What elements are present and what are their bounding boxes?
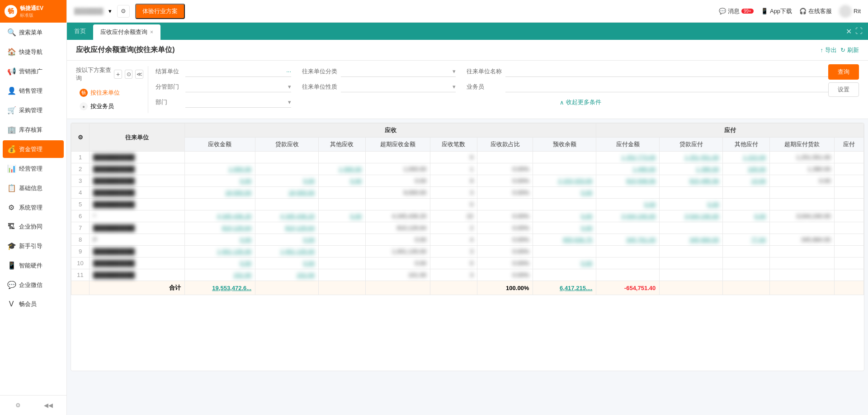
- row-ar-amount[interactable]: 152.00: [184, 269, 255, 281]
- user-avatar[interactable]: Rit: [839, 5, 861, 18]
- row-ar-prepay[interactable]: [533, 163, 596, 175]
- row-ap-amount[interactable]: [596, 269, 660, 281]
- partner-nature-chevron[interactable]: ▾: [453, 83, 456, 90]
- row-ar-amount[interactable]: 1,000.00: [184, 163, 255, 175]
- sidebar-item-hardware[interactable]: 📱 智能硬件: [0, 256, 66, 275]
- department-chevron[interactable]: ▾: [288, 99, 291, 105]
- row-ap-amount[interactable]: [596, 258, 660, 269]
- row-ar-loan[interactable]: [255, 199, 319, 210]
- row-ar-other[interactable]: [319, 199, 366, 210]
- row-ar-other[interactable]: 0.00: [319, 175, 366, 187]
- collapse-btn[interactable]: ∧ 收起更多条件: [560, 98, 601, 106]
- row-ap-other[interactable]: [723, 269, 770, 281]
- row-ar-amount[interactable]: 0.00: [184, 175, 255, 187]
- refresh-button[interactable]: ↻ 刷新: [840, 46, 859, 54]
- managing-dept-chevron[interactable]: ▾: [288, 83, 291, 90]
- row-ap-loan[interactable]: 915,495.56: [660, 175, 723, 187]
- arrow-scheme-btn[interactable]: ≪: [135, 70, 143, 79]
- sidebar-item-wechat[interactable]: 💬 企业微信: [0, 275, 66, 295]
- row-ar-amount[interactable]: 0.00: [184, 258, 255, 269]
- promo-button[interactable]: 体验行业方案: [135, 4, 185, 19]
- row-ar-prepay[interactable]: [533, 246, 596, 258]
- partner-category-chevron[interactable]: ▾: [453, 68, 456, 75]
- sidebar-item-system[interactable]: ⚙ 系统管理: [0, 198, 66, 217]
- row-ap-other[interactable]: [723, 187, 770, 199]
- row-ap-other[interactable]: [723, 222, 770, 234]
- row-ap-loan[interactable]: [660, 258, 723, 269]
- sidebar-item-marketing[interactable]: 📢 营销推广: [0, 62, 66, 81]
- topbar-dropdown[interactable]: ▾: [108, 8, 112, 14]
- sidebar-item-vip[interactable]: V 畅会员: [0, 295, 66, 314]
- row-ap-amount[interactable]: 1,490.00: [596, 163, 660, 175]
- row-ar-prepay[interactable]: 0.00: [533, 222, 596, 234]
- tab-close-icon[interactable]: ×: [150, 29, 153, 35]
- sidebar-item-operation[interactable]: 📊 经营管理: [0, 159, 66, 178]
- message-btn[interactable]: 💬 消息 99+: [719, 7, 754, 15]
- row-ap-amount[interactable]: 345,761.00: [596, 234, 660, 246]
- row-ar-other[interactable]: [319, 234, 366, 246]
- row-ar-prepay[interactable]: [533, 269, 596, 281]
- row-ar-prepay[interactable]: 0.00: [533, 258, 596, 269]
- row-ap-amount[interactable]: [596, 246, 660, 258]
- row-ar-other[interactable]: 1,000.00: [319, 163, 366, 175]
- row-ar-amount[interactable]: 1,001,135.00: [184, 246, 255, 258]
- row-ap-amount[interactable]: [596, 187, 660, 199]
- row-ap-loan[interactable]: 1,390.00: [660, 163, 723, 175]
- row-ar-amount[interactable]: 0.00: [184, 234, 255, 246]
- row-ar-prepay[interactable]: 655,636.75: [533, 234, 596, 246]
- tab-ar-query[interactable]: 应收应付余额查询 ×: [93, 24, 160, 40]
- row-ar-loan[interactable]: 0.00: [255, 258, 319, 269]
- row-ap-loan[interactable]: [660, 269, 723, 281]
- row-ap-other[interactable]: [723, 199, 770, 210]
- row-ap-other[interactable]: 1,222.00: [723, 152, 770, 163]
- row-ar-other[interactable]: [319, 222, 366, 234]
- row-ap-amount[interactable]: 1,252,773.00: [596, 152, 660, 163]
- sidebar-item-corp[interactable]: 🏗 企业协同: [0, 217, 66, 236]
- export-button[interactable]: ↑ 导出: [821, 46, 837, 54]
- app-download-btn[interactable]: 📱 App下载: [761, 7, 792, 15]
- tab-home[interactable]: 首页: [67, 23, 93, 40]
- sidebar-collapse-btn[interactable]: ◀◀: [34, 399, 63, 411]
- settings-scheme-btn[interactable]: ⊙: [125, 70, 133, 79]
- col-settings[interactable]: ⚙: [71, 124, 90, 152]
- row-ap-other[interactable]: 100.00: [723, 163, 770, 175]
- row-ar-amount[interactable]: 4,345,436.20: [184, 210, 255, 222]
- sidebar-item-guide[interactable]: 🎓 新手引导: [0, 236, 66, 256]
- row-ap-other[interactable]: 77.00: [723, 234, 770, 246]
- row-ar-other[interactable]: [319, 258, 366, 269]
- row-ap-amount[interactable]: [596, 222, 660, 234]
- scheme-by-salesperson[interactable]: ● 按业务员: [76, 100, 143, 113]
- sidebar-item-inventory[interactable]: 🏢 库存核算: [0, 120, 66, 139]
- row-ap-amount[interactable]: 0.00: [596, 199, 660, 210]
- row-ar-other[interactable]: [319, 187, 366, 199]
- row-ap-loan[interactable]: [660, 187, 723, 199]
- row-ar-other[interactable]: 0.00: [319, 210, 366, 222]
- sidebar-item-basic[interactable]: 📋 基础信息: [0, 178, 66, 198]
- set-button[interactable]: 设置: [828, 82, 859, 97]
- row-ar-prepay[interactable]: 0.00: [533, 187, 596, 199]
- topbar-gear-btn[interactable]: ⚙: [117, 5, 130, 18]
- row-ar-other[interactable]: [319, 152, 366, 163]
- sidebar-item-finance[interactable]: 💰 资金管理: [3, 140, 64, 158]
- row-ar-amount[interactable]: 18,000.00: [184, 187, 255, 199]
- row-ar-prepay[interactable]: [533, 152, 596, 163]
- row-ar-prepay[interactable]: 2,153,333.00: [533, 175, 596, 187]
- tab-fullscreen-icon[interactable]: ⛶: [855, 27, 863, 35]
- row-ap-amount[interactable]: 3,044,240.00: [596, 210, 660, 222]
- row-ap-loan[interactable]: [660, 246, 723, 258]
- query-button[interactable]: 查询: [828, 64, 859, 80]
- sidebar-settings-btn[interactable]: ⚙: [4, 399, 33, 411]
- row-ar-other[interactable]: [319, 269, 366, 281]
- settlement-ellipsis[interactable]: ···: [286, 68, 291, 75]
- row-ap-loan[interactable]: 3,044,240.00: [660, 210, 723, 222]
- sidebar-item-purchase[interactable]: 🛒 采购管理: [0, 100, 66, 120]
- row-ar-prepay[interactable]: 0.00: [533, 210, 596, 222]
- row-ar-amount[interactable]: [184, 199, 255, 210]
- row-ap-other[interactable]: 0.00: [723, 210, 770, 222]
- sidebar-item-sales[interactable]: 👤 销售管理: [0, 81, 66, 100]
- row-ar-loan[interactable]: 18,000.00: [255, 187, 319, 199]
- row-ar-loan[interactable]: 0.00: [255, 175, 319, 187]
- add-scheme-btn[interactable]: +: [114, 70, 122, 79]
- table-settings-icon[interactable]: ⚙: [78, 134, 83, 141]
- row-ar-loan[interactable]: 810,126.64: [255, 222, 319, 234]
